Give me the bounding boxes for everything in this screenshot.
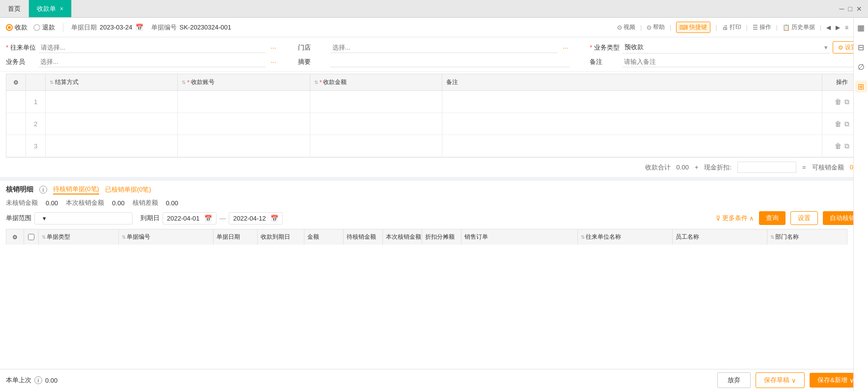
td-account-2[interactable] bbox=[178, 113, 310, 135]
bth-due-date-label: 收款到期日 bbox=[261, 233, 290, 241]
discount-input[interactable] bbox=[737, 162, 796, 173]
sidebar-attach-icon[interactable]: ∅ bbox=[855, 61, 867, 73]
th-gear[interactable]: ⚙ bbox=[6, 74, 26, 90]
bottom-current-value: 0.00 bbox=[45, 377, 57, 384]
select-all-checkbox[interactable] bbox=[28, 234, 34, 240]
shortcut-btn[interactable]: ⌨ 快捷键 bbox=[676, 22, 710, 33]
bth-discount-label: 折扣分摊额 bbox=[425, 233, 455, 241]
bth-staff: 员工名称 bbox=[673, 229, 767, 245]
nav-left-icon[interactable]: ◀ bbox=[826, 24, 831, 31]
history-btn[interactable]: 📋 历史单据 bbox=[783, 23, 815, 31]
date-start-value: 2022-04-01 bbox=[167, 215, 200, 222]
date-field: 单据日期 2023-03-24 📅 bbox=[71, 23, 143, 32]
shop-more-btn[interactable]: ··· bbox=[561, 44, 570, 52]
staff-input[interactable] bbox=[38, 56, 266, 67]
td-amount-3[interactable] bbox=[310, 135, 442, 157]
pending-tab[interactable]: 待核销单据(0笔) bbox=[53, 185, 99, 195]
td-remark-3[interactable] bbox=[442, 135, 822, 157]
td-remark-1[interactable] bbox=[442, 91, 822, 112]
td-settlement-1[interactable] bbox=[46, 91, 178, 112]
more-filter-label: 更多条件 bbox=[722, 214, 748, 223]
business-type-arrow: ▾ bbox=[824, 44, 828, 51]
hexiao-info-icon[interactable]: ℹ bbox=[39, 186, 47, 194]
date-end-input[interactable]: 2022-04-12 📅 bbox=[229, 212, 283, 224]
td-remark-2[interactable] bbox=[442, 113, 822, 135]
toolbar-divider-1 bbox=[63, 23, 63, 32]
tab-receipt[interactable]: 收款单 × bbox=[29, 0, 72, 17]
radio-receipt[interactable]: 收款 bbox=[6, 23, 27, 32]
date-end-value: 2022-04-12 bbox=[233, 215, 266, 222]
staff-more-btn[interactable]: ··· bbox=[269, 58, 278, 66]
query-btn[interactable]: 查询 bbox=[759, 211, 786, 225]
delete-icon-2[interactable]: 🗑 bbox=[835, 120, 841, 128]
nav-right-icon[interactable]: ▶ bbox=[836, 24, 840, 31]
help-btn[interactable]: ⊙ 帮助 bbox=[647, 23, 665, 31]
td-amount-2[interactable] bbox=[310, 113, 442, 135]
delete-icon-3[interactable]: 🗑 bbox=[835, 142, 841, 150]
set-btn[interactable]: 设置 bbox=[790, 211, 818, 225]
shortcut-label: 快捷键 bbox=[689, 23, 707, 31]
counterpart-label: 往来单位 bbox=[6, 43, 36, 52]
delete-icon-1[interactable]: 🗑 bbox=[835, 98, 841, 106]
operation-btn[interactable]: ☰ 操作 bbox=[753, 23, 771, 31]
equals-sign: = bbox=[802, 164, 806, 171]
business-type-select[interactable]: 预收款 ▾ bbox=[623, 41, 830, 54]
remarks-input[interactable] bbox=[622, 56, 862, 67]
window-max-icon[interactable]: □ bbox=[848, 5, 852, 13]
td-account-3[interactable] bbox=[178, 135, 310, 157]
td-num-3: 3 bbox=[26, 135, 46, 157]
sidebar-expand-icon[interactable]: ⊞ bbox=[855, 81, 867, 92]
right-sidebar: ▦ ⊟ ∅ ⊞ bbox=[853, 18, 868, 391]
tab-close-icon[interactable]: × bbox=[60, 5, 63, 12]
td-amount-1[interactable] bbox=[310, 91, 442, 112]
radio-receipt-label: 收款 bbox=[15, 23, 27, 32]
td-account-1[interactable] bbox=[178, 91, 310, 112]
window-min-icon[interactable]: ─ bbox=[840, 5, 844, 13]
calendar-end-icon: 📅 bbox=[271, 215, 278, 222]
copy-icon-3[interactable]: ⧉ bbox=[844, 142, 849, 150]
bottom-bar: 本单上次 ℹ 0.00 放弃 保存草稿 ∨ 保存&新增 ∨ bbox=[0, 369, 868, 391]
date-start-input[interactable]: 2022-04-01 📅 bbox=[163, 212, 217, 224]
filter-left: 单据范围 ▾ 到期日 2022-04-01 📅 — 2022-04-12 bbox=[6, 212, 283, 224]
bth-sales: 销售订单 bbox=[461, 229, 578, 245]
copy-icon-1[interactable]: ⧉ bbox=[844, 98, 849, 106]
save-draft-btn[interactable]: 保存草稿 ∨ bbox=[756, 372, 805, 388]
abandon-btn[interactable]: 放弃 bbox=[717, 372, 751, 388]
sidebar-table-icon[interactable]: ▦ bbox=[855, 22, 867, 33]
done-tab[interactable]: 已核销单据(0笔) bbox=[105, 185, 151, 194]
history-icon: 📋 bbox=[783, 24, 790, 31]
hexiao-title: 核销明细 bbox=[6, 185, 33, 194]
bth-check[interactable] bbox=[24, 229, 39, 245]
counterpart-input[interactable] bbox=[39, 42, 266, 53]
hexiao-section: 核销明细 ℹ 待核销单据(0笔) 已核销单据(0笔) 未核销金额 0.00 本次… bbox=[0, 181, 868, 249]
counterpart-more-btn[interactable]: ··· bbox=[269, 44, 278, 52]
radio-refund[interactable]: 退款 bbox=[33, 23, 55, 32]
tab-home[interactable]: 首页 bbox=[0, 0, 29, 17]
shop-input[interactable] bbox=[330, 42, 558, 53]
td-num-2: 2 bbox=[26, 113, 46, 135]
date-range-field: 到期日 2022-04-01 📅 — 2022-04-12 📅 bbox=[140, 212, 283, 224]
bth-discount: 折扣分摊额 bbox=[422, 229, 461, 245]
window-close-icon[interactable]: ✕ bbox=[856, 5, 862, 13]
th-action-label: 操作 bbox=[836, 78, 848, 86]
summary-input[interactable] bbox=[330, 56, 570, 67]
range-select[interactable]: ▾ bbox=[34, 212, 133, 224]
business-type-value: 预收款 bbox=[624, 43, 644, 52]
table-row: 1 🗑 ⧉ bbox=[6, 91, 862, 113]
td-settlement-2[interactable] bbox=[46, 113, 178, 135]
bth-date-label: 单据日期 bbox=[217, 233, 240, 241]
calendar-icon[interactable]: 📅 bbox=[136, 24, 143, 31]
more-filter-btn[interactable]: ⊽ 更多条件 ∧ bbox=[716, 214, 754, 223]
th-account: ⇅ *收款账号 bbox=[178, 74, 310, 90]
print-btn[interactable]: 🖨 打印 bbox=[722, 23, 741, 31]
sidebar-print-icon[interactable]: ⊟ bbox=[855, 41, 867, 53]
list-view-icon[interactable]: ≡ bbox=[845, 24, 848, 31]
bth-gear[interactable]: ⚙ bbox=[6, 229, 24, 245]
uncancelled-value: 0.00 bbox=[46, 199, 58, 207]
bth-type-label: 单据类型 bbox=[47, 233, 70, 241]
tab-bar: 首页 收款单 × ─ □ ✕ bbox=[0, 0, 868, 18]
copy-icon-2[interactable]: ⧉ bbox=[844, 120, 849, 128]
bth-number-label: 单据编号 bbox=[127, 233, 150, 241]
td-settlement-3[interactable] bbox=[46, 135, 178, 157]
video-btn[interactable]: ⊙ 视频 bbox=[617, 23, 635, 31]
